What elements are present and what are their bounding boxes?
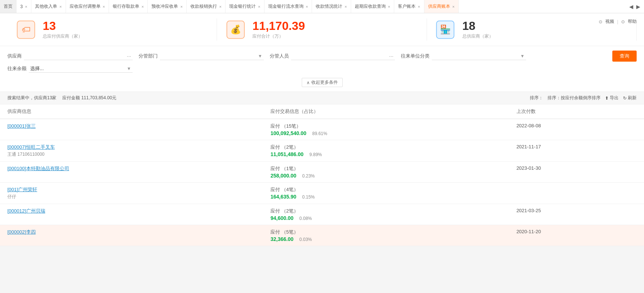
supplier-link-3[interactable]: [001]广州荣轩 <box>7 187 37 192</box>
svg-text:💰: 💰 <box>230 24 241 34</box>
nav-receipt-stat[interactable]: 收款情况统计 × <box>312 0 351 13</box>
header-stats: 🏷 13 总应付供应商（家） 💰 11,170.39 应付合计（万） 🏪 <box>0 13 644 46</box>
nav-receipt-verify[interactable]: 收款核销执行 × <box>187 0 225 13</box>
svg-text:🏷: 🏷 <box>21 24 30 34</box>
payable-count-2: 应付 （1笔） <box>270 165 501 172</box>
close-cash-bank-stat-icon[interactable]: × <box>258 4 260 9</box>
nav-overdue-ar[interactable]: 超期应收款查询 × <box>351 0 394 13</box>
payable-amount-0[interactable]: 100,092,540.00 <box>270 130 306 136</box>
person-input-wrap: ··· <box>291 52 395 60</box>
close-receipt-stat-icon[interactable]: × <box>344 4 347 9</box>
refresh-label: 刷新 <box>628 95 637 101</box>
nav-cash-bank-flow-label: 现金银行流水查询 <box>268 3 304 10</box>
stat-info-total-suppliers: 18 总供应商（家） <box>462 20 493 39</box>
collapse-button[interactable]: ∧ 收起更多条件 <box>302 78 343 87</box>
result-info-2: 应付金额 111,703,854.00元 <box>62 95 116 101</box>
nav-home[interactable]: 首页 <box>0 0 17 13</box>
supplier-link-2[interactable]: [000100]本特勤油品有限公司 <box>7 166 69 171</box>
close-customer-book-icon[interactable]: × <box>418 4 420 9</box>
supplier-cell-4: [000012]广州贝瑞 <box>0 204 263 225</box>
nav-other-income-label: 其他收入单 <box>35 3 57 10</box>
refresh-icon: ↻ <box>623 96 627 101</box>
query-button[interactable]: 查询 <box>612 51 637 62</box>
nav-ar-ap-adjust-label: 应收应付调整单 <box>70 3 101 10</box>
last-payment-cell-5: 2020-11-20 <box>509 225 644 246</box>
nav-bank-deposit-label: 银行存取款单 <box>113 3 139 10</box>
payable-amount-4[interactable]: 94,600.00 <box>270 215 293 221</box>
stat-number-payable: 11,170.39 <box>252 20 305 32</box>
col-payable-info: 应付交易信息（占比） <box>263 104 509 119</box>
close-receipt-verify-icon[interactable]: × <box>219 4 221 9</box>
help-icon: ⊙ <box>621 19 625 24</box>
close-ar-ap-icon[interactable]: × <box>103 4 105 9</box>
close-overdue-ar-icon[interactable]: × <box>388 4 390 9</box>
supplier-sub-1: 王通 17106110000 <box>7 151 256 158</box>
nav-tab3-label: 3 <box>20 4 23 9</box>
help-link[interactable]: 帮助 <box>628 18 637 25</box>
nav-pre-receive[interactable]: 预收冲应收单 × <box>148 0 186 13</box>
result-bar: 搜索结果中，供应商13家 应付金额 111,703,854.00元 排序： 排序… <box>0 92 644 104</box>
filter-area: 供应商 ··· 分管部门 ▼ 分管人员 ··· <box>0 46 644 92</box>
nav-arrow-right[interactable]: ▶ <box>635 4 642 10</box>
result-info-1: 搜索结果中，供应商13家 <box>7 95 56 101</box>
balance-select[interactable]: 选择... <box>29 65 133 72</box>
payable-amount-2[interactable]: 258,000.00 <box>270 173 296 179</box>
table-row: [000007]恒旺二手叉车王通 17106110000应付 （2笔）11,05… <box>0 140 644 162</box>
nav-receipt-verify-label: 收款核销执行 <box>190 3 217 10</box>
supplier-link-1[interactable]: [000007]恒旺二手叉车 <box>7 144 55 150</box>
close-bank-icon[interactable]: × <box>141 4 144 9</box>
supplier-link-0[interactable]: [000001]张三 <box>7 123 36 129</box>
close-pre-receive-icon[interactable]: × <box>180 4 182 9</box>
video-link[interactable]: 视频 <box>605 18 614 25</box>
supplier-link-4[interactable]: [000012]广州贝瑞 <box>7 208 45 214</box>
supplier-cell-0: [000001]张三 <box>0 119 263 140</box>
payable-amount-3[interactable]: 164,635.90 <box>270 194 296 200</box>
top-nav: 首页 3 × 其他收入单 × 应收应付调整单 × 银行存取款单 × 预收冲应收单… <box>0 0 644 13</box>
supplier-dots-icon[interactable]: ··· <box>127 53 131 59</box>
close-supplier-book-icon[interactable]: × <box>452 4 455 9</box>
stat-info-suppliers: 13 总应付供应商（家） <box>43 20 83 39</box>
stat-block-suppliers: 🏷 13 总应付供应商（家） <box>7 18 217 41</box>
close-cash-bank-flow-icon[interactable]: × <box>306 4 308 9</box>
nav-supplier-book[interactable]: 供应商账本 × <box>424 0 459 13</box>
stat-info-payable: 11,170.39 应付合计（万） <box>252 20 305 39</box>
nav-tab3[interactable]: 3 × <box>17 0 31 13</box>
nav-cash-bank-stat[interactable]: 现金银行统计 × <box>225 0 264 13</box>
payable-pct-3: 0.15% <box>302 194 315 200</box>
nav-cash-bank-flow[interactable]: 现金银行流水查询 × <box>265 0 312 13</box>
table-body: [000001]张三应付 （15笔）100,092,540.0089.61%20… <box>0 119 644 246</box>
payable-amount-row-2: 258,000.000.23% <box>270 172 501 179</box>
result-actions: 排序： 排序：按应付余额倒序排序 ⬆ 导出 ↻ 刷新 <box>530 95 637 101</box>
stat-number-suppliers: 13 <box>43 20 83 32</box>
supplier-link-5[interactable]: [000002]李四 <box>7 229 36 235</box>
category-select[interactable] <box>432 52 526 60</box>
supplier-input[interactable] <box>24 52 133 60</box>
export-btn[interactable]: ⬆ 导出 <box>605 95 619 101</box>
payable-amount-row-1: 11,051,486.009.89% <box>270 151 501 157</box>
sort-value[interactable]: 排序：按应付余额倒序排序 <box>547 95 601 101</box>
collapse-bar: ∧ 收起更多条件 <box>7 76 637 87</box>
payable-amount-1[interactable]: 11,051,486.00 <box>270 151 304 157</box>
payable-amount-row-4: 94,600.000.08% <box>270 214 501 221</box>
nav-ar-ap-adjust[interactable]: 应收应付调整单 × <box>66 0 109 13</box>
payable-amount-5[interactable]: 32,366.00 <box>270 236 293 242</box>
refresh-btn[interactable]: ↻ 刷新 <box>623 95 637 101</box>
col-supplier-info: 供应商信息 <box>0 104 263 119</box>
collapse-label: 收起更多条件 <box>311 79 338 86</box>
sep: | <box>617 19 618 24</box>
person-input[interactable] <box>291 52 395 60</box>
nav-arrow-left[interactable]: ◀ <box>628 4 635 10</box>
department-select[interactable] <box>160 52 264 60</box>
nav-other-income[interactable]: 其他收入单 × <box>31 0 66 13</box>
nav-customer-book-label: 客户账本 <box>398 3 416 10</box>
close-tab3-icon[interactable]: × <box>25 4 27 9</box>
person-dots-icon[interactable]: ··· <box>389 53 393 59</box>
supplier-cell-2: [000100]本特勤油品有限公司 <box>0 162 263 183</box>
collapse-up-icon: ∧ <box>307 80 310 85</box>
close-other-income-icon[interactable]: × <box>59 4 62 9</box>
payable-count-5: 应付 （5笔） <box>270 229 501 235</box>
nav-bank-deposit[interactable]: 银行存取款单 × <box>109 0 148 13</box>
payable-count-1: 应付 （2笔） <box>270 144 501 151</box>
nav-customer-book[interactable]: 客户账本 × <box>394 0 424 13</box>
data-table: 供应商信息 应付交易信息（占比） 上次付数 [000001]张三应付 （15笔）… <box>0 104 644 246</box>
